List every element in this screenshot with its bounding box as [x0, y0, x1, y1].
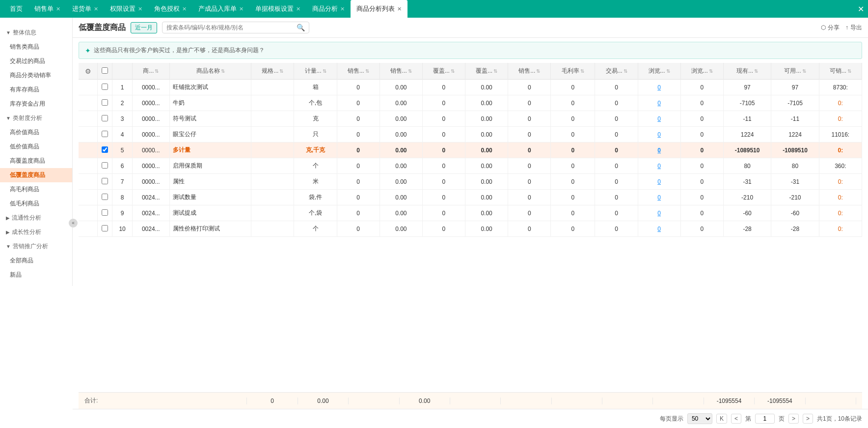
row-checkbox-cell[interactable] [98, 95, 112, 111]
sidebar-section-coverage[interactable]: ▼ 类射度分析 [0, 111, 72, 125]
row-checkbox[interactable] [102, 194, 108, 200]
next-page-button[interactable]: > [788, 414, 799, 424]
col-trade[interactable]: 交易...⇅ [595, 63, 638, 80]
col-browse1[interactable]: 浏览...⇅ [638, 63, 680, 80]
nav-sales-close[interactable]: ✕ [56, 6, 60, 12]
row-browse1[interactable]: 0 [638, 174, 680, 190]
row-settings[interactable] [79, 174, 98, 190]
row-checkbox[interactable] [102, 146, 108, 153]
row-checkbox-cell[interactable] [98, 80, 112, 95]
row-settings[interactable] [79, 205, 98, 221]
nav-roles[interactable]: 角色授权 ✕ [148, 0, 192, 18]
sidebar-item-high-coverage[interactable]: 高覆盖度商品 [0, 154, 72, 168]
nav-product-analysis-list[interactable]: 商品分析列表 ✕ [351, 0, 407, 18]
nav-product-analysis-close[interactable]: ✕ [340, 6, 345, 12]
window-close-button[interactable]: ✕ [858, 4, 864, 14]
row-checkbox-cell[interactable] [98, 205, 112, 221]
table-container[interactable]: ⚙ 商...⇅ 商品名称⇅ 规格...⇅ 计量...⇅ 销售...⇅ 销售...… [79, 63, 862, 392]
row-checkbox-cell[interactable] [98, 111, 112, 127]
col-current[interactable]: 现有...⇅ [723, 63, 771, 80]
select-all-checkbox[interactable] [102, 67, 108, 74]
row-settings[interactable] [79, 143, 98, 158]
nav-purchase[interactable]: 进货单 ✕ [66, 0, 104, 18]
col-sales1[interactable]: 销售...⇅ [337, 63, 380, 80]
nav-sales[interactable]: 销售单 ✕ [28, 0, 66, 18]
sidebar-item-all-products[interactable]: 全部商品 [0, 254, 72, 268]
row-checkbox-cell[interactable] [98, 221, 112, 237]
row-checkbox[interactable] [102, 115, 108, 121]
row-checkbox-cell[interactable] [98, 143, 112, 158]
row-settings[interactable] [79, 221, 98, 237]
row-checkbox[interactable] [102, 209, 108, 216]
gear-icon[interactable]: ⚙ [85, 67, 91, 75]
share-button[interactable]: ⬡ 分享 [821, 24, 840, 32]
row-checkbox-cell[interactable] [98, 158, 112, 174]
sidebar-item-sales-products[interactable]: 销售类商品 [0, 40, 72, 54]
row-browse1[interactable]: 0 [638, 190, 680, 205]
row-browse1[interactable]: 0 [638, 205, 680, 221]
row-settings[interactable] [79, 158, 98, 174]
col-spec[interactable]: 规格...⇅ [251, 63, 294, 80]
sidebar-item-category-sales-rate[interactable]: 商品分类动销率 [0, 68, 72, 83]
col-check[interactable] [98, 63, 112, 80]
nav-home[interactable]: 首页 [4, 0, 28, 18]
row-settings[interactable] [79, 80, 98, 95]
col-unit[interactable]: 计量...⇅ [294, 63, 337, 80]
row-browse1[interactable]: 0 [638, 80, 680, 95]
row-checkbox[interactable] [102, 131, 108, 137]
per-page-select[interactable]: 50 20 100 [687, 413, 712, 424]
row-browse1[interactable]: 0 [638, 111, 680, 127]
row-browse1[interactable]: 0 [638, 127, 680, 143]
row-settings[interactable] [79, 95, 98, 111]
col-available[interactable]: 可用...⇅ [771, 63, 819, 80]
search-icon[interactable]: 🔍 [297, 24, 305, 31]
row-browse1[interactable]: 0 [638, 143, 680, 158]
row-checkbox[interactable] [102, 99, 108, 106]
row-checkbox[interactable] [102, 84, 108, 90]
col-gross[interactable]: 毛利率⇅ [551, 63, 595, 80]
row-checkbox-cell[interactable] [98, 190, 112, 205]
sidebar-item-high-margin[interactable]: 高毛利商品 [0, 182, 72, 197]
sidebar-item-low-value[interactable]: 低价值商品 [0, 140, 72, 154]
nav-production-close[interactable]: ✕ [239, 6, 244, 12]
last-page-button[interactable]: > [803, 414, 813, 424]
row-checkbox-cell[interactable] [98, 174, 112, 190]
row-browse1[interactable]: 0 [638, 221, 680, 237]
nav-purchase-close[interactable]: ✕ [94, 6, 98, 12]
col-sales2[interactable]: 销售...⇅ [380, 63, 422, 80]
row-browse1[interactable]: 0 [638, 158, 680, 174]
period-button[interactable]: 近一月 [131, 22, 157, 33]
sidebar-item-new-products[interactable]: 新品 [0, 268, 72, 282]
row-settings[interactable] [79, 190, 98, 205]
col-salesx[interactable]: 销售...⇅ [508, 63, 551, 80]
sidebar-item-inventory-capital[interactable]: 库存资金占用 [0, 97, 72, 111]
row-checkbox[interactable] [102, 178, 108, 184]
first-page-button[interactable]: K [716, 414, 727, 424]
nav-production[interactable]: 产成品入库单 ✕ [192, 0, 249, 18]
col-name[interactable]: 商品名称⇅ [169, 63, 251, 80]
col-code[interactable]: 商...⇅ [132, 63, 169, 80]
sidebar-item-low-margin[interactable]: 低毛利商品 [0, 197, 72, 211]
col-cover2[interactable]: 覆盖...⇅ [465, 63, 508, 80]
col-cover1[interactable]: 覆盖...⇅ [422, 63, 465, 80]
row-settings[interactable] [79, 127, 98, 143]
sidebar-item-traded-products[interactable]: 交易过的商品 [0, 54, 72, 68]
sidebar-section-liquidity[interactable]: ▶ 流通性分析 [0, 211, 72, 225]
nav-product-analysis[interactable]: 商品分析 ✕ [306, 0, 351, 18]
nav-permissions-close[interactable]: ✕ [138, 6, 142, 12]
sidebar-item-in-stock[interactable]: 有库存商品 [0, 83, 72, 97]
row-checkbox[interactable] [102, 162, 108, 169]
nav-permissions[interactable]: 权限设置 ✕ [104, 0, 148, 18]
col-browse2[interactable]: 浏览...⇅ [680, 63, 723, 80]
row-checkbox-cell[interactable] [98, 127, 112, 143]
export-button[interactable]: ↑ 导出 [845, 24, 862, 32]
col-settings[interactable]: ⚙ [79, 63, 98, 80]
nav-product-analysis-list-close[interactable]: ✕ [397, 6, 402, 12]
row-browse1[interactable]: 0 [638, 95, 680, 111]
search-input[interactable] [166, 24, 297, 31]
row-settings[interactable] [79, 111, 98, 127]
nav-roles-close[interactable]: ✕ [182, 6, 187, 12]
sidebar-item-high-value[interactable]: 高价值商品 [0, 125, 72, 140]
sidebar-section-overall[interactable]: ▼ 整体信息 [0, 26, 72, 40]
nav-template[interactable]: 单据模板设置 ✕ [249, 0, 306, 18]
